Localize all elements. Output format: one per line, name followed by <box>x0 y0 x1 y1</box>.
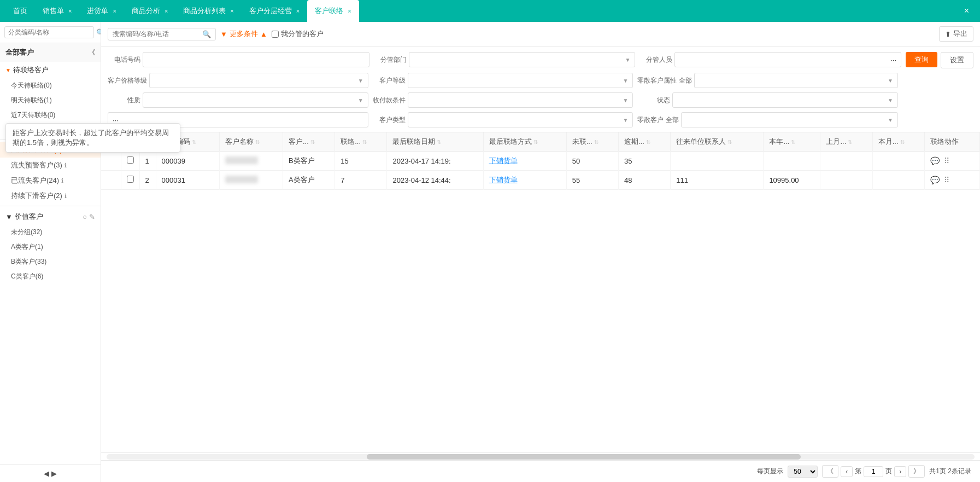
nav-item-analysis[interactable]: 商品分析 × <box>124 0 175 22</box>
adv-row-3: 性质 ▼ 收付款条件 ▼ 状态 <box>108 92 973 108</box>
col-name[interactable]: 客户名称 ⇅ <box>219 132 283 152</box>
col-unreached[interactable]: 未联... ⇅ <box>566 132 618 152</box>
row1-more-icon[interactable]: ⠿ <box>944 156 949 165</box>
horizontal-scrollbar[interactable] <box>101 452 980 460</box>
col-last-month[interactable]: 上月... ⇅ <box>820 132 872 152</box>
sidebar-item-today[interactable]: 今天待联络(0) <box>0 78 101 93</box>
sidebar-item-declining[interactable]: 持续下滑客户(2) ℹ <box>0 188 101 204</box>
sort-thismonth-icon[interactable]: ⇅ <box>900 139 905 145</box>
row2-check[interactable] <box>127 176 134 183</box>
sort-name-icon[interactable]: ⇅ <box>255 139 260 145</box>
sidebar-item-7days[interactable]: 近7天待联络(0) <box>0 108 101 123</box>
more-filter-btn[interactable]: ▼ 更多条件 ▲ <box>220 29 267 39</box>
scattered-select[interactable]: ▼ <box>681 112 898 127</box>
sidebar-item-ungroup[interactable]: 未分组(32) <box>0 225 101 240</box>
edit-icon[interactable]: ✎ <box>89 213 95 221</box>
row1-chat-icon[interactable]: 💬 <box>930 156 940 165</box>
customer-table: ⚙ # 客户编码 ⇅ 客户名称 ⇅ 客户... ⇅ <box>101 132 980 190</box>
sort-overdue-icon[interactable]: ⇅ <box>646 139 650 145</box>
col-overdue[interactable]: 逾期... ⇅ <box>618 132 670 152</box>
page-size-select[interactable]: 50 100 200 <box>788 466 818 478</box>
nav-close-all[interactable]: × <box>959 6 975 16</box>
nav-close-analysis[interactable]: × <box>165 8 168 14</box>
sidebar-bottom-right-icon[interactable]: ▶ <box>51 469 57 478</box>
first-page-btn[interactable]: 《 <box>822 465 838 478</box>
sidebar-item-warning[interactable]: 流失预警客户(3) ℹ <box>0 158 101 173</box>
scrollbar-track <box>107 454 975 460</box>
col-contact[interactable]: 联络... ⇅ <box>335 132 387 152</box>
page-input[interactable] <box>864 466 883 477</box>
col-this-month[interactable]: 本月... ⇅ <box>872 132 924 152</box>
sidebar-group-value[interactable]: ▼ 价值客户 ○ ✎ <box>0 208 101 225</box>
sort-contact-icon[interactable]: ⇅ <box>362 139 367 145</box>
col-unit-contact[interactable]: 往来单位联系人 ⇅ <box>671 132 764 152</box>
row1-check[interactable] <box>127 156 134 164</box>
nav-item-home[interactable]: 首页 <box>5 0 35 22</box>
adv-field-status: 状态 ▼ <box>637 92 898 108</box>
customer-type-select[interactable]: ▼ <box>408 112 633 127</box>
sidebar-search-input[interactable] <box>4 26 94 38</box>
nav-close-sales[interactable]: × <box>68 8 72 14</box>
nav-item-sales[interactable]: 销售单 × <box>35 0 79 22</box>
sidebar-item-c-class[interactable]: C类客户(6) <box>0 269 101 284</box>
scrollbar-thumb[interactable] <box>367 454 801 460</box>
sort-date-icon[interactable]: ⇅ <box>437 139 441 145</box>
sort-lastmonth-icon[interactable]: ⇅ <box>848 139 852 145</box>
row1-code: 000039 <box>156 152 219 171</box>
sidebar-item-a-class[interactable]: A类客户(1) <box>0 240 101 254</box>
nav-close-customer-contact[interactable]: × <box>348 8 351 14</box>
query-button[interactable]: 查询 <box>906 52 937 67</box>
search-input[interactable] <box>113 30 200 38</box>
attribute-select[interactable]: ▼ <box>694 73 898 88</box>
row1-last-method[interactable]: 下销货单 <box>483 152 566 171</box>
row2-last-method[interactable]: 下销货单 <box>483 171 566 190</box>
customer-level-select[interactable]: ▼ <box>408 73 633 88</box>
col-this-year[interactable]: 本年... ⇅ <box>764 132 820 152</box>
row2-more-icon[interactable]: ⠿ <box>944 176 949 184</box>
sort-code-icon[interactable]: ⇅ <box>192 139 196 145</box>
nav-item-customer-contact[interactable]: 客户联络 × <box>307 0 359 22</box>
circle-icon[interactable]: ○ <box>83 213 87 221</box>
nav-close-purchase[interactable]: × <box>113 8 116 14</box>
col-last-method[interactable]: 最后联络方式 ⇅ <box>483 132 566 152</box>
nav-item-customer-segment[interactable]: 客户分层经营 × <box>242 0 307 22</box>
col-action: 联络动作 <box>924 132 979 152</box>
filter-bar: 🔍 ▼ 更多条件 ▲ 我分管的客户 ⬆ 导出 <box>101 22 980 47</box>
nav-item-purchase[interactable]: 进货单 × <box>79 0 124 22</box>
sidebar-group-pending[interactable]: ▼ 待联络客户 <box>0 62 101 78</box>
sort-unit-icon[interactable]: ⇅ <box>727 139 732 145</box>
setting-button[interactable]: 设置 <box>941 52 973 68</box>
nav-close-customer-segment[interactable]: × <box>296 8 300 14</box>
table-row: 1 000039 B类客户 15 2023-04-17 14:19: 下销货单 … <box>101 152 980 171</box>
nature-select[interactable]: ▼ <box>143 92 368 108</box>
nav-close-analysis-list[interactable]: × <box>230 8 233 14</box>
search-icon[interactable]: 🔍 <box>202 30 211 38</box>
price-level-select[interactable]: ▼ <box>149 73 368 88</box>
row2-this-year: 10995.00 <box>764 171 820 190</box>
col-category[interactable]: 客户... ⇅ <box>283 132 335 152</box>
sidebar-all-customers-header[interactable]: 全部客户 《 <box>0 43 101 62</box>
sidebar-collapse-icon[interactable]: 《 <box>89 48 95 57</box>
sidebar-bottom-left-icon[interactable]: ◀ <box>44 469 49 478</box>
sort-method-icon[interactable]: ⇅ <box>533 139 538 145</box>
last-page-btn[interactable]: 》 <box>908 465 925 478</box>
phone-input[interactable] <box>143 52 369 67</box>
dept-select[interactable]: ▼ <box>409 52 636 67</box>
payment-select[interactable]: ▼ <box>408 92 633 108</box>
col-last-date[interactable]: 最后联络日期 ⇅ <box>387 132 483 152</box>
sidebar-item-tomorrow[interactable]: 明天待联络(1) <box>0 93 101 108</box>
next-page-btn[interactable]: › <box>894 466 906 477</box>
sort-unreached-icon[interactable]: ⇅ <box>594 139 598 145</box>
my-customer-checkbox[interactable] <box>272 31 279 38</box>
person-input[interactable]: ··· <box>674 52 901 67</box>
sort-year-icon[interactable]: ⇅ <box>791 139 795 145</box>
prev-page-btn[interactable]: ‹ <box>841 466 853 477</box>
nav-item-analysis-list[interactable]: 商品分析列表 × <box>175 0 241 22</box>
status-select[interactable]: ▼ <box>672 92 898 108</box>
sidebar-item-b-class[interactable]: B类客户(33) <box>0 254 101 269</box>
sidebar-item-lost[interactable]: 已流失客户(24) ℹ <box>0 173 101 188</box>
sort-cat-icon[interactable]: ⇅ <box>310 139 315 145</box>
sidebar-search-icon[interactable]: 🔍 <box>96 28 101 37</box>
export-btn[interactable]: ⬆ 导出 <box>939 26 973 42</box>
row2-chat-icon[interactable]: 💬 <box>930 176 940 184</box>
